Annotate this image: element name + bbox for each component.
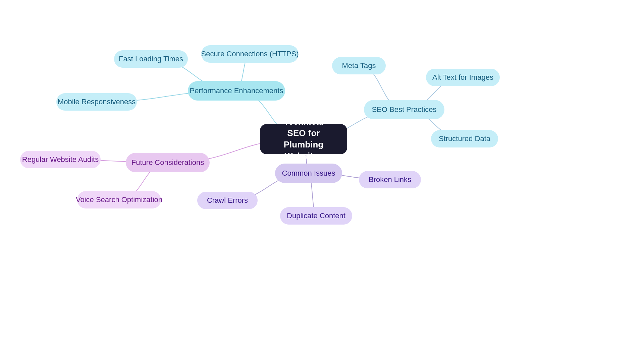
mobile-responsiveness-node[interactable]: Mobile Responsiveness [56, 93, 137, 111]
duplicate-content-node[interactable]: Duplicate Content [280, 207, 352, 225]
structured-data-node[interactable]: Structured Data [431, 130, 498, 147]
fast-loading-node[interactable]: Fast Loading Times [114, 50, 188, 68]
center-node[interactable]: Technical SEO for Plumbing Websites [260, 124, 347, 154]
broken-links-node[interactable]: Broken Links [359, 171, 421, 188]
crawl-errors-node[interactable]: Crawl Errors [197, 192, 258, 209]
regular-audits-node[interactable]: Regular Website Audits [20, 151, 101, 168]
seo-best-practices-node[interactable]: SEO Best Practices [364, 100, 444, 119]
voice-search-node[interactable]: Voice Search Optimization [77, 191, 161, 208]
alt-text-node[interactable]: Alt Text for Images [426, 69, 500, 86]
performance-node[interactable]: Performance Enhancements [188, 81, 285, 101]
secure-connections-node[interactable]: Secure Connections (HTTPS) [201, 45, 299, 63]
meta-tags-node[interactable]: Meta Tags [332, 57, 386, 74]
future-considerations-node[interactable]: Future Considerations [126, 153, 210, 172]
common-issues-node[interactable]: Common Issues [275, 164, 342, 183]
